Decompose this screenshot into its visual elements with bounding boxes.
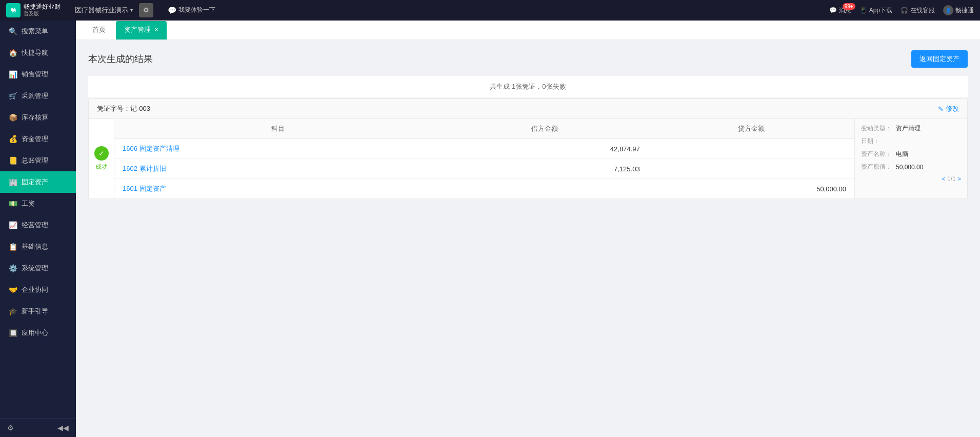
sidebar-item-fixed-assets[interactable]: 🏢 固定资产 <box>0 171 76 193</box>
date-row: 日期： <box>861 137 961 146</box>
company-name: 医疗器械行业演示 <box>75 6 128 15</box>
sidebar-item-funds[interactable]: 💰 资金管理 <box>0 128 76 150</box>
tab-asset-management[interactable]: 资产管理 × <box>116 21 167 39</box>
return-fixed-assets-button[interactable]: 返回固定资产 <box>911 50 968 68</box>
voucher-main: 科目 借方金额 贷方金额 1606 固定资产清理 <box>114 119 854 198</box>
col-credit: 贷方金额 <box>648 119 854 139</box>
page-title-row: 本次生成的结果 返回固定资产 <box>88 50 968 68</box>
success-icon: ✓ <box>94 146 109 161</box>
sales-icon: 📊 <box>8 70 17 79</box>
asset-name-value: 电脑 <box>896 150 908 158</box>
sidebar-item-operations[interactable]: 📈 经营管理 <box>0 214 76 236</box>
sidebar-item-ledger[interactable]: 📒 总账管理 <box>0 150 76 171</box>
col-account: 科目 <box>114 119 442 139</box>
status-label: 成功 <box>95 163 108 171</box>
credit-cell-2 <box>648 159 854 179</box>
messages-button[interactable]: 💬 消息 99+ <box>829 6 851 15</box>
sidebar-item-sales[interactable]: 📊 销售管理 <box>0 64 76 85</box>
sidebar-label-quick-nav: 快捷导航 <box>22 48 48 57</box>
sidebar-scroll: 🔍 搜索菜单 🏠 快捷导航 📊 销售管理 🛒 采购管理 📦 库存核算 💰 <box>0 21 76 418</box>
tab-home[interactable]: 首页 <box>84 21 114 39</box>
settings-icon[interactable]: ⚙ <box>139 3 153 17</box>
company-selector[interactable]: 医疗器械行业演示 ▾ <box>75 6 133 15</box>
voucher-body: ✓ 成功 科目 借方金额 贷方金额 <box>89 119 967 198</box>
table-row: 1602 累计折旧 7,125.03 <box>114 159 854 179</box>
change-type-value: 资产清理 <box>896 124 921 133</box>
change-type-row: 变动类型： 资产清理 <box>861 124 961 133</box>
debit-cell: 42,874.97 <box>442 139 648 159</box>
funds-icon: 💰 <box>8 134 17 144</box>
fixed-assets-icon: 🏢 <box>8 177 17 187</box>
settings-footer-icon[interactable]: ⚙ <box>7 424 14 432</box>
debit-cell-3 <box>442 179 648 199</box>
sidebar-item-app-center[interactable]: 🔲 应用中心 <box>0 322 76 344</box>
app-download-button[interactable]: 📱 App下载 <box>859 6 892 15</box>
next-page-icon[interactable]: > <box>957 175 961 183</box>
logo-icon: 畅 <box>6 3 21 17</box>
sidebar-footer: ⚙ ◀◀ <box>0 418 76 437</box>
online-service-button[interactable]: 🎧 在线客服 <box>901 6 935 15</box>
sidebar-label-guide: 新手引导 <box>22 307 48 316</box>
account-link[interactable]: 1606 固定资产清理 <box>123 145 179 152</box>
sidebar-label-funds: 资金管理 <box>22 134 48 144</box>
sidebar-item-purchase[interactable]: 🛒 采购管理 <box>0 85 76 107</box>
summary-bar: 共生成 1张凭证，0张失败 <box>88 76 968 97</box>
sidebar-item-quick-nav[interactable]: 🏠 快捷导航 <box>0 42 76 64</box>
search-icon: 🔍 <box>8 27 17 36</box>
inventory-icon: 📦 <box>8 113 17 122</box>
asset-value-row: 资产原值： 50,000.00 <box>861 163 961 171</box>
page-title: 本次生成的结果 <box>88 53 153 65</box>
content-area: 首页 资产管理 × 本次生成的结果 返回固定资产 共生成 1张凭证，0张失败 <box>76 21 980 437</box>
sidebar-item-basic-info[interactable]: 📋 基础信息 <box>0 236 76 257</box>
page-indicator: 1/1 <box>947 175 957 183</box>
sidebar-label-search: 搜索菜单 <box>22 27 48 36</box>
sidebar-label-purchase: 采购管理 <box>22 91 48 101</box>
enterprise-icon: 🤝 <box>8 285 17 294</box>
sidebar-label-inventory: 库存核算 <box>22 113 48 122</box>
header-left: 畅 畅捷通好业财 普及版 医疗器械行业演示 ▾ ⚙ 💬 我要体验一下 <box>6 3 215 17</box>
edit-icon: ✎ <box>938 105 944 113</box>
tab-bar: 首页 资产管理 × <box>76 21 980 40</box>
top-header: 畅 畅捷通好业财 普及版 医疗器械行业演示 ▾ ⚙ 💬 我要体验一下 💬 消息 … <box>0 0 980 21</box>
sidebar-item-enterprise[interactable]: 🤝 企业协同 <box>0 279 76 301</box>
prev-page-icon[interactable]: < <box>942 175 946 183</box>
home-icon: 🏠 <box>8 48 17 57</box>
sidebar-item-search[interactable]: 🔍 搜索菜单 <box>0 21 76 42</box>
account-link-3[interactable]: 1601 固定资产 <box>123 185 166 192</box>
collapse-sidebar-icon[interactable]: ◀◀ <box>57 424 69 432</box>
account-cell: 1602 累计折旧 <box>114 159 442 179</box>
side-info-panel: 变动类型： 资产清理 日期： 资产名称： 电脑 资产原值： <box>854 119 967 198</box>
sidebar-label-app-center: 应用中心 <box>22 328 48 337</box>
main-layout: 🔍 搜索菜单 🏠 快捷导航 📊 销售管理 🛒 采购管理 📦 库存核算 💰 <box>0 21 980 437</box>
trial-button[interactable]: 💬 我要体验一下 <box>168 6 215 14</box>
asset-name-label: 资产名称： <box>861 150 892 158</box>
user-button[interactable]: 👤 畅捷通 <box>943 5 974 15</box>
account-link-2[interactable]: 1602 累计折旧 <box>123 165 166 172</box>
purchase-icon: 🛒 <box>8 91 17 101</box>
sidebar-item-inventory[interactable]: 📦 库存核算 <box>0 107 76 128</box>
service-icon: 🎧 <box>901 7 908 14</box>
sidebar: 🔍 搜索菜单 🏠 快捷导航 📊 销售管理 🛒 采购管理 📦 库存核算 💰 <box>0 21 76 437</box>
user-icon: 👤 <box>943 5 953 15</box>
table-header-row: 科目 借方金额 贷方金额 <box>114 119 854 139</box>
basic-info-icon: 📋 <box>8 242 17 251</box>
voucher-card: 凭证字号：记-003 ✎ 修改 ✓ 成功 <box>88 98 968 199</box>
credit-cell <box>648 139 854 159</box>
page-content: 本次生成的结果 返回固定资产 共生成 1张凭证，0张失败 凭证字号：记-003 … <box>76 40 980 437</box>
header-right: 💬 消息 99+ 📱 App下载 🎧 在线客服 👤 畅捷通 <box>829 5 974 15</box>
sidebar-item-guide[interactable]: 🎓 新手引导 <box>0 301 76 322</box>
app-center-icon: 🔲 <box>8 328 17 337</box>
asset-value-label: 资产原值： <box>861 163 892 171</box>
operations-icon: 📈 <box>8 221 17 230</box>
sidebar-item-system[interactable]: ⚙️ 系统管理 <box>0 257 76 279</box>
salary-icon: 💵 <box>8 199 17 208</box>
col-debit: 借方金额 <box>442 119 648 139</box>
voucher-header: 凭证字号：记-003 ✎ 修改 <box>89 99 967 119</box>
credit-cell-3: 50,000.00 <box>648 179 854 199</box>
account-cell: 1601 固定资产 <box>114 179 442 199</box>
tab-close-icon[interactable]: × <box>155 26 158 33</box>
summary-text: 共生成 1张凭证，0张失败 <box>490 83 566 90</box>
sidebar-item-salary[interactable]: 💵 工资 <box>0 193 76 214</box>
pagination: < 1/1 > <box>861 175 961 183</box>
edit-button[interactable]: ✎ 修改 <box>938 104 959 113</box>
